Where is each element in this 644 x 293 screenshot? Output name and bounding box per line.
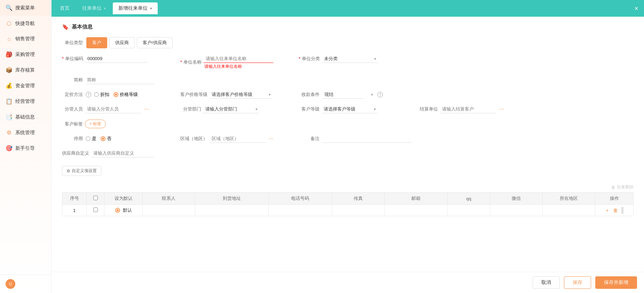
row-contact-input[interactable] [155, 208, 183, 213]
pricing-row: 定价方法 ? 折扣 价格等级 客户价格等级 [62, 90, 634, 99]
sidebar-item-label: 资金管理 [15, 83, 35, 89]
customer-price-level-label: 客户价格等级 [180, 91, 207, 98]
sidebar-item-finance[interactable]: 💰 资金管理 [0, 78, 51, 93]
row-add-btn[interactable]: + [605, 207, 610, 214]
pricing-level-radio[interactable]: 价格等级 [113, 91, 138, 98]
pricing-discount-circle [94, 92, 99, 97]
payment-terms-select[interactable]: 现结 [322, 90, 364, 99]
pricing-level-circle [113, 92, 118, 97]
supplier-custom-input[interactable] [91, 149, 154, 157]
sidebar-item-inventory[interactable]: 📦 库存核算 [0, 62, 51, 78]
unit-type-customer-btn[interactable]: 客户 [86, 37, 107, 48]
sidebar-item-sales[interactable]: ⌂ 销售管理 [0, 31, 51, 47]
tab-home[interactable]: 首页 [54, 2, 75, 14]
tag-row: 客户标签 + 标签 [62, 120, 634, 128]
col-email: 邮箱 [384, 193, 447, 205]
row-delete-btn[interactable]: 🗑 [612, 207, 619, 214]
finance-icon: 💰 [6, 82, 13, 89]
row-phone[interactable] [269, 205, 332, 216]
row-qq-input[interactable] [458, 208, 479, 213]
tab-partner[interactable]: 往来单位 × [77, 2, 111, 14]
manager-input[interactable] [85, 105, 141, 113]
row-phone-input[interactable] [283, 208, 317, 213]
settlement-unit-more-btn[interactable]: ··· [498, 106, 505, 112]
region-more-btn[interactable]: ··· [267, 136, 275, 142]
unit-name-label: 单位名称 [180, 59, 202, 65]
row-email[interactable] [384, 205, 447, 216]
department-select[interactable]: 请输入分管部门 [203, 105, 259, 113]
settlement-unit-input[interactable] [440, 105, 496, 113]
row-contact[interactable] [142, 205, 195, 216]
unit-type-label: 单位类型 [62, 40, 83, 46]
cancel-btn[interactable]: 取消 [533, 276, 560, 289]
add-tag-btn[interactable]: + 标签 [85, 120, 106, 128]
tab-new-partner-label: 新增往来单位 [118, 5, 148, 11]
manager-more-btn[interactable]: ··· [143, 106, 150, 112]
customer-level-select-wrapper[interactable]: 请选择客户等级 [322, 105, 377, 113]
row-region-input[interactable] [555, 208, 583, 213]
payment-terms-help-icon[interactable]: ? [377, 92, 383, 97]
select-all-checkbox[interactable] [93, 196, 98, 200]
contact-table: 序号 设为默认 联系人 到货地址 电话号码 传真 邮箱 qq 微信 所在地区 操… [62, 192, 634, 216]
disabled-yes-label: 是 [92, 136, 96, 142]
row-address[interactable] [195, 205, 269, 216]
short-name-input[interactable] [85, 76, 155, 84]
batch-delete-btn[interactable]: 🗑 批量删除 [611, 184, 634, 190]
unit-type-both-btn[interactable]: 客户/供应商 [137, 37, 173, 48]
custom-settings-btn[interactable]: ⚙ 自定义项设置 [62, 166, 101, 176]
department-select-wrapper[interactable]: 请输入分管部门 [203, 105, 259, 113]
tab-new-partner[interactable]: 新增往来单位 × [113, 2, 157, 14]
remarks-input[interactable] [322, 135, 412, 143]
sidebar-item-quick-nav[interactable]: ⬡ 快捷导航 [0, 16, 51, 31]
window-close-btn[interactable]: × [631, 3, 641, 14]
unit-category-select[interactable]: 未分类 [322, 55, 378, 63]
row-email-input[interactable] [399, 208, 433, 213]
inventory-icon: 📦 [6, 67, 13, 73]
unit-code-input[interactable] [85, 55, 148, 63]
disabled-no-radio[interactable]: 否 [101, 136, 111, 142]
settlement-unit-label: 结算单位 [417, 106, 438, 112]
col-checkbox[interactable] [87, 193, 104, 205]
row-region[interactable] [542, 205, 595, 216]
purchase-icon: 🎒 [6, 51, 13, 58]
tab-partner-close[interactable]: × [104, 6, 106, 10]
row-checkbox[interactable] [87, 205, 104, 216]
row-wechat-input[interactable] [502, 208, 530, 213]
table-row: 1 默认 [62, 205, 634, 216]
pricing-discount-radio[interactable]: 折扣 [94, 91, 109, 98]
sidebar-item-guide[interactable]: 🎯 新手引导 [0, 140, 51, 156]
pricing-method-label: 定价方法 [62, 91, 83, 98]
payment-terms-select-wrapper[interactable]: 现结 [322, 90, 375, 99]
customer-price-level-select[interactable]: 请选择客户价格等级 [210, 90, 272, 99]
sidebar-item-purchase[interactable]: 🎒 采购管理 [0, 47, 51, 62]
unit-type-supplier-btn[interactable]: 供应商 [109, 37, 135, 48]
basic-fields-row: 单位编码 单位名称 请输入往来单位名称 单位分类 [62, 55, 634, 70]
row-address-input[interactable] [211, 208, 253, 213]
sidebar-item-system[interactable]: ⚙ 系统管理 [0, 125, 51, 140]
unit-category-select-wrapper[interactable]: 未分类 [322, 55, 378, 63]
tab-new-partner-close[interactable]: × [150, 6, 152, 10]
row-qq[interactable] [448, 205, 490, 216]
row-drag-handle[interactable] [621, 207, 623, 214]
row-wechat[interactable] [490, 205, 542, 216]
row-default-radio[interactable]: 默认 [108, 207, 139, 213]
row-fax[interactable] [332, 205, 384, 216]
save-new-btn[interactable]: 保存并新增 [595, 276, 637, 289]
save-btn[interactable]: 保存 [564, 276, 591, 289]
unit-name-group: 单位名称 请输入往来单位名称 [180, 55, 285, 70]
row-select-checkbox[interactable] [93, 207, 98, 212]
remarks-label: 备注 [299, 136, 320, 142]
customer-price-level-select-wrapper[interactable]: 请选择客户价格等级 [210, 90, 272, 99]
customer-level-select[interactable]: 请选择客户等级 [322, 105, 377, 113]
unit-code-label: 单位编码 [62, 56, 83, 62]
sidebar-item-basic-info[interactable]: 📑 基础信息 [0, 109, 51, 125]
row-fax-input[interactable] [344, 208, 372, 213]
disabled-yes-radio[interactable]: 是 [86, 136, 96, 142]
region-input[interactable] [210, 135, 265, 143]
sidebar-item-operations[interactable]: 📋 经营管理 [0, 93, 51, 109]
unit-name-input[interactable] [204, 55, 273, 63]
sidebar-item-search[interactable]: 🔍 搜索菜单 [0, 0, 51, 16]
row-seq: 1 [62, 205, 87, 216]
pricing-method-help-icon[interactable]: ? [86, 92, 91, 97]
table-actions: 🗑 批量删除 [62, 184, 634, 190]
